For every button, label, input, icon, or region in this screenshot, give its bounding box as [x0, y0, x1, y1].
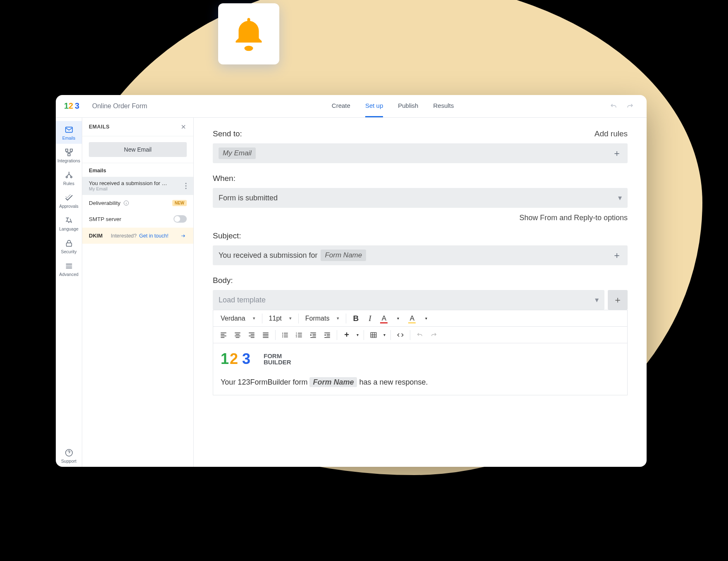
svg-text:2: 2 [230, 352, 238, 366]
send-to-text: Send to: [213, 129, 242, 138]
new-email-button[interactable]: New Email [89, 142, 187, 157]
bold-button[interactable]: B [350, 312, 362, 325]
add-template-button[interactable]: ＋ [608, 290, 628, 310]
load-template-dropdown[interactable]: Load template ▾ [213, 290, 604, 310]
undo-icon[interactable] [609, 102, 618, 110]
rail-approvals[interactable]: Approvals [56, 189, 82, 212]
redo-icon[interactable] [626, 102, 634, 110]
email-item-sub: My Email [89, 186, 183, 191]
mail-icon [64, 125, 74, 134]
font-size-select[interactable]: 11pt▾ [266, 312, 295, 325]
email-list-item[interactable]: You received a submission for … My Email [82, 177, 193, 195]
text-color-button[interactable]: A [378, 312, 390, 325]
font-family-select[interactable]: Verdana▾ [217, 312, 259, 325]
svg-rect-7 [68, 154, 70, 156]
form-title: Online Order Form [92, 102, 147, 110]
deliverability-label: Deliverability [89, 200, 121, 206]
svg-text:3: 3 [75, 102, 79, 110]
formats-value: Formats [305, 315, 330, 322]
form-name-chip[interactable]: Form Name [321, 250, 366, 261]
outdent-button[interactable] [307, 329, 319, 341]
svg-point-14 [185, 188, 186, 189]
emails-section-header: Emails [82, 163, 193, 177]
code-button[interactable] [394, 329, 407, 341]
svg-rect-5 [65, 149, 68, 152]
send-to-input[interactable]: My Email ＋ [213, 143, 628, 163]
svg-point-12 [185, 183, 186, 184]
when-dropdown[interactable]: Form is submitted ▾ [213, 188, 628, 208]
add-recipient-icon[interactable]: ＋ [612, 147, 622, 159]
smtp-toggle[interactable] [174, 215, 187, 223]
smtp-label: SMTP server [89, 216, 121, 222]
form-name-var-chip[interactable]: Form Name [309, 377, 357, 387]
notification-bell-card [218, 3, 279, 64]
info-icon[interactable] [123, 200, 129, 206]
rail-label: Rules [63, 181, 74, 186]
rail-label: Support [61, 459, 76, 464]
dkim-link[interactable]: Get in touch! [139, 233, 169, 239]
svg-rect-10 [66, 243, 71, 246]
undo-button[interactable] [414, 329, 426, 341]
dkim-row[interactable]: DKIM Interested? Get in touch! [82, 228, 193, 244]
more-icon[interactable] [183, 183, 188, 189]
svg-rect-6 [70, 149, 72, 152]
indent-button[interactable] [321, 329, 333, 341]
redo-button[interactable] [428, 329, 440, 341]
svg-point-8 [66, 176, 67, 178]
show-from-link[interactable]: Show From and Reply-to options [519, 214, 628, 222]
when-value: Form is submitted [219, 194, 278, 202]
align-center-button[interactable] [231, 329, 244, 341]
font-value: Verdana [221, 315, 245, 322]
align-left-button[interactable] [217, 329, 230, 341]
rail-emails[interactable]: Emails [56, 121, 82, 144]
align-right-button[interactable] [245, 329, 258, 341]
advanced-icon [64, 261, 74, 271]
subject-input[interactable]: You received a submission for Form Name … [213, 245, 628, 265]
when-label: When: [213, 174, 628, 183]
tab-results[interactable]: Results [433, 95, 454, 117]
italic-button[interactable]: I [364, 312, 376, 325]
my-email-chip[interactable]: My Email [219, 147, 256, 159]
body-text-line: Your 123FormBuilder form Form Name has a… [221, 378, 620, 387]
rail-language[interactable]: Language [56, 212, 82, 235]
svg-point-18 [282, 336, 283, 337]
table-button[interactable] [367, 329, 380, 341]
smtp-row: SMTP server [82, 211, 193, 228]
rail-rules[interactable]: Rules [56, 166, 82, 189]
highlight-menu[interactable]: ▾ [420, 312, 432, 325]
load-template-text: Load template [219, 296, 266, 304]
tab-publish[interactable]: Publish [398, 95, 418, 117]
size-value: 11pt [269, 315, 282, 322]
formats-select[interactable]: Formats▾ [302, 312, 343, 325]
table-menu[interactable]: ▾ [381, 329, 387, 341]
deliverability-row[interactable]: Deliverability NEW [82, 195, 193, 211]
app-window: 1 2 3 Online Order Form Create Set up Pu… [56, 95, 647, 467]
body-pre: Your 123FormBuilder form [221, 378, 309, 386]
close-icon[interactable] [180, 124, 187, 130]
bullet-list-button[interactable] [279, 329, 291, 341]
tab-create[interactable]: Create [332, 95, 350, 117]
rail-label: Integrations [57, 158, 80, 163]
insert-button[interactable]: + [340, 329, 353, 341]
tab-setup[interactable]: Set up [365, 95, 383, 117]
brand-line-2: BUILDER [264, 359, 291, 365]
rail-advanced[interactable]: Advanced [56, 257, 82, 280]
highlight-button[interactable]: A [406, 312, 418, 325]
rail-security[interactable]: Security [56, 235, 82, 257]
chevron-down-icon: ▾ [595, 295, 599, 304]
dkim-interested: Interested? [111, 233, 137, 239]
svg-text:1: 1 [221, 352, 229, 366]
align-justify-button[interactable] [259, 329, 272, 341]
email-body-editor[interactable]: 1 2 3 FORM BUILDER Your 123FormBuilder f… [213, 343, 628, 395]
rail-integrations[interactable]: Integrations [56, 144, 82, 166]
text-color-menu[interactable]: ▾ [392, 312, 404, 325]
insert-menu[interactable]: ▾ [354, 329, 360, 341]
new-badge: NEW [172, 200, 187, 206]
add-subject-var-icon[interactable]: ＋ [612, 249, 622, 261]
add-rules-link[interactable]: Add rules [595, 129, 628, 138]
svg-point-16 [282, 333, 283, 333]
number-list-button[interactable]: 123 [293, 329, 305, 341]
svg-point-13 [185, 185, 186, 186]
integrations-icon [64, 148, 74, 157]
rail-support[interactable]: Support [56, 444, 82, 467]
